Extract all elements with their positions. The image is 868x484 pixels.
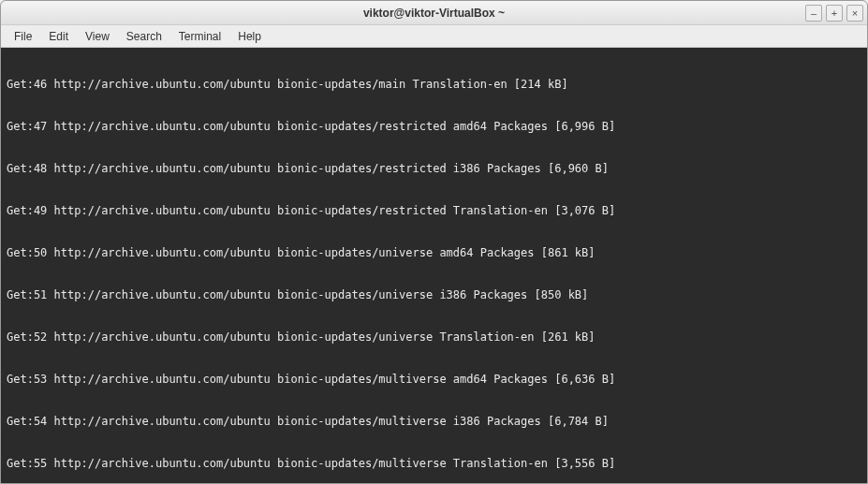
- output-line: Get:52 http://archive.ubuntu.com/ubuntu …: [7, 330, 861, 345]
- menu-terminal[interactable]: Terminal: [171, 27, 228, 46]
- menu-view[interactable]: View: [78, 27, 117, 46]
- titlebar[interactable]: viktor@viktor-VirtualBox ~ – + ×: [1, 1, 867, 25]
- output-line: Get:46 http://archive.ubuntu.com/ubuntu …: [7, 78, 861, 92]
- close-button[interactable]: ×: [846, 5, 863, 22]
- menu-search[interactable]: Search: [119, 27, 169, 46]
- output-line: Get:49 http://archive.ubuntu.com/ubuntu …: [7, 204, 861, 218]
- output-line: Get:50 http://archive.ubuntu.com/ubuntu …: [7, 246, 861, 260]
- menu-edit[interactable]: Edit: [41, 27, 76, 46]
- menubar: File Edit View Search Terminal Help: [1, 25, 867, 48]
- output-line: Get:51 http://archive.ubuntu.com/ubuntu …: [7, 288, 861, 302]
- minimize-button[interactable]: –: [805, 5, 822, 22]
- output-line: Get:47 http://archive.ubuntu.com/ubuntu …: [7, 120, 861, 134]
- menu-file[interactable]: File: [7, 27, 39, 46]
- output-line: Get:55 http://archive.ubuntu.com/ubuntu …: [7, 457, 861, 471]
- output-line: Get:54 http://archive.ubuntu.com/ubuntu …: [7, 415, 861, 429]
- window-controls: – + ×: [805, 5, 863, 22]
- menu-help[interactable]: Help: [230, 27, 269, 46]
- window-title: viktor@viktor-VirtualBox ~: [363, 7, 505, 20]
- terminal-window: viktor@viktor-VirtualBox ~ – + × File Ed…: [0, 0, 868, 484]
- output-line: Get:53 http://archive.ubuntu.com/ubuntu …: [7, 373, 861, 387]
- output-line: Get:48 http://archive.ubuntu.com/ubuntu …: [7, 162, 861, 176]
- maximize-button[interactable]: +: [826, 5, 843, 22]
- terminal-output[interactable]: Get:46 http://archive.ubuntu.com/ubuntu …: [1, 48, 867, 483]
